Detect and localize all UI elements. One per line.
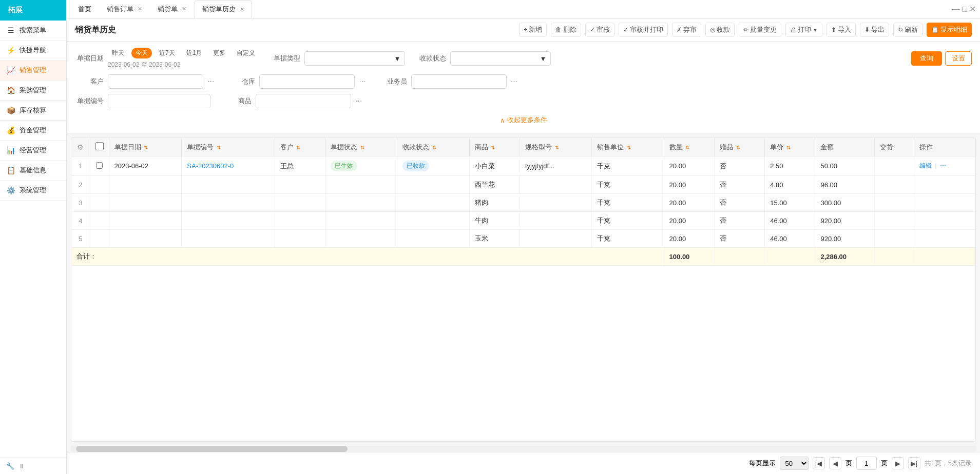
select-all-checkbox[interactable] [95,142,104,150]
row-checkbox-cell [90,230,109,248]
page-number-input[interactable] [856,457,877,470]
collect-status-dropdown-icon: ▼ [540,55,547,63]
import-button[interactable]: ⬆ 导入 [827,23,856,37]
qty-col-header[interactable]: 数量 ⇅ [664,138,714,156]
row-checkbox[interactable] [96,162,103,169]
window-close-btn[interactable]: ✕ [969,4,976,14]
collect-status-select[interactable]: ▼ [450,51,551,66]
tab-sales-history[interactable]: 销货单历史 ✕ [195,1,252,18]
col-label: 交货 [880,143,893,151]
next-page-btn[interactable]: ▶ [892,457,904,469]
sales-icon: 📈 [6,66,15,74]
tab-sales-goods-close[interactable]: ✕ [182,6,186,12]
row-qty: 20.00 [664,212,714,230]
sidebar-item-sys[interactable]: ⚙️ 系统管理 [0,181,66,201]
row-checkbox-cell [90,212,109,230]
date-tab-today[interactable]: 今天 [131,48,152,58]
col-label: 客户 [280,143,294,151]
delete-button[interactable]: 🗑 删除 [551,23,581,37]
doc-status-col-header[interactable]: 单据状态 ⇅ [325,138,397,156]
show-detail-button[interactable]: 📋 显示明细 [927,23,972,37]
last-page-btn[interactable]: ▶| [908,457,920,469]
collapse-btn[interactable]: ∧ 收起更多条件 [75,113,972,127]
export-button[interactable]: ⬇ 导出 [860,23,889,37]
sidebar-bottom-icon2[interactable]: ⏸ [18,462,25,470]
warehouse-input[interactable] [259,74,355,89]
row-date [109,194,182,212]
number-col-header[interactable]: 单据编号 ⇅ [182,138,275,156]
tabs-bar: 首页 销售订单 ✕ 销货单 ✕ 销货单历史 ✕ — □ ✕ [67,0,980,18]
gift-col-header[interactable]: 赠品 ⇅ [715,138,765,156]
sidebar-item-finance[interactable]: 💰 资金管理 [0,121,66,141]
row-customer [275,176,325,194]
goods-dots[interactable]: ··· [355,96,362,106]
sidebar-item-ops[interactable]: 📊 经营管理 [0,141,66,161]
batch-change-button[interactable]: ✏ 批量变更 [739,23,781,37]
doc-type-select[interactable]: ▼ [304,51,405,66]
review-button[interactable]: ✓ 审核 [585,23,614,37]
salesperson-input[interactable] [411,74,507,89]
prev-page-btn[interactable]: ◀ [829,457,841,469]
inventory-icon: 📦 [6,106,15,114]
window-maximize-btn[interactable]: □ [962,5,967,14]
refresh-button[interactable]: ↻ 刷新 [893,23,923,37]
unit-price-col-header[interactable]: 单价 ⇅ [765,138,815,156]
date-tab-1month[interactable]: 近1月 [182,48,206,58]
row-customer [275,194,325,212]
customer-input[interactable] [108,74,203,89]
sort-icon: ⇅ [736,145,740,150]
goods-input[interactable] [256,94,351,108]
filter-row-1: 单据日期 昨天 今天 近7天 近1月 更多 自定义 2023-06-02 至 2… [75,48,972,69]
query-button[interactable]: 查询 [911,51,942,66]
goods-col-header[interactable]: 商品 ⇅ [469,138,520,156]
tab-home[interactable]: 首页 [71,1,99,18]
warehouse-dots[interactable]: ··· [359,77,366,86]
sidebar-item-inventory[interactable]: 📦 库存核算 [0,101,66,121]
spec-col-header[interactable]: 规格型号 ⇅ [520,138,591,156]
tab-sales-order-close[interactable]: ✕ [138,6,142,12]
print-button[interactable]: 🖨 打印 ▼ [785,23,822,37]
horizontal-scrollbar[interactable] [71,446,976,452]
tab-sales-history-close[interactable]: ✕ [240,6,244,13]
trade-col-header: 交货 [875,138,914,156]
window-minimize-btn[interactable]: — [952,5,960,14]
unit-col-header[interactable]: 销售单位 ⇅ [592,138,664,156]
sys-icon: ⚙️ [6,186,15,194]
date-tab-7days[interactable]: 近7天 [155,48,179,58]
salesperson-dots[interactable]: ··· [511,77,517,86]
doc-number-input[interactable] [108,94,210,108]
row-collect-status [397,176,469,194]
more-action[interactable]: ⋯ [940,162,946,169]
gear-icon[interactable]: ⚙ [77,143,84,151]
tab-sales-order[interactable]: 销售订单 ✕ [100,1,149,18]
collect-button[interactable]: ◎ 收款 [705,23,735,37]
query-btns: 查询 设置 [911,51,972,66]
row-number-link[interactable]: SA-20230602-0 [187,162,234,170]
collect-status-col-header[interactable]: 收款状态 ⇅ [397,138,469,156]
settings-button[interactable]: 设置 [945,51,972,66]
row-spec: tyjyjtyjdf... [520,156,591,176]
customer-col-header[interactable]: 客户 ⇅ [275,138,325,156]
sidebar-item-sales[interactable]: 📈 销售管理 [0,61,66,81]
filter-warehouse: 仓库 ··· [226,74,366,89]
date-tab-more[interactable]: 更多 [209,48,229,58]
date-col-header[interactable]: 单据日期 ⇅ [109,138,182,156]
first-page-btn[interactable]: |◀ [813,457,825,469]
sidebar-item-search[interactable]: ☰ 搜索菜单 [0,21,66,41]
sidebar-item-purchase[interactable]: 🏠 采购管理 [0,81,66,101]
review-print-button[interactable]: ✓ 审核并打印 [619,23,668,37]
page-size-select[interactable]: 10 20 50 100 [780,457,809,470]
table-footer-row: 合计： 100.00 2,286.00 [71,248,975,266]
tab-sales-goods[interactable]: 销货单 ✕ [150,1,194,18]
sidebar-item-quick-nav[interactable]: ⚡ 快捷导航 [0,41,66,61]
add-button[interactable]: + 新增 [519,23,547,37]
date-tab-yesterday[interactable]: 昨天 [108,48,128,58]
row-actions: 编辑 | ⋯ [914,156,975,176]
customer-dots[interactable]: ··· [207,77,214,86]
edit-action[interactable]: 编辑 [919,162,932,169]
abandon-button[interactable]: ✗ 弃审 [672,23,701,37]
sidebar-bottom-icon1[interactable]: 🔧 [6,462,14,470]
sidebar-item-basic[interactable]: 📋 基础信息 [0,161,66,181]
print-icon: 🖨 [790,26,796,33]
date-tab-custom[interactable]: 自定义 [233,48,259,58]
